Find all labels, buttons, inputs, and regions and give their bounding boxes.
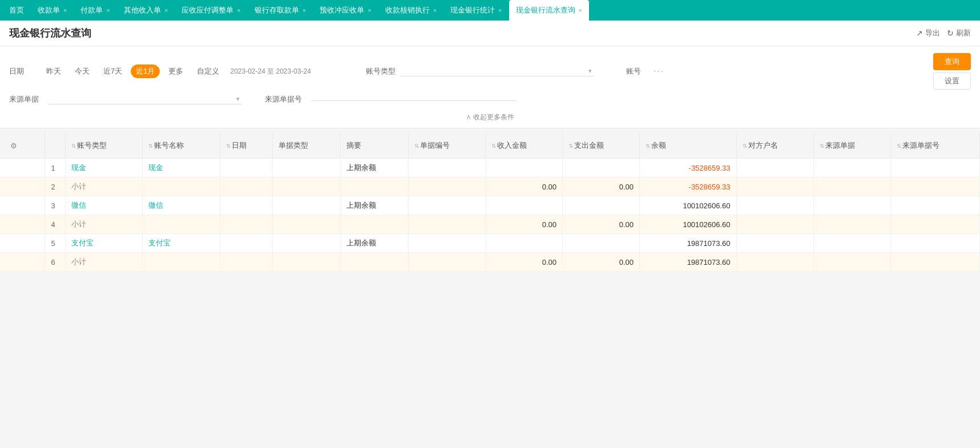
- cell-source-doc: [813, 253, 890, 272]
- cell-gear: [0, 253, 45, 272]
- cell-counterparty: [736, 177, 813, 196]
- cell-balance: 100102606.60: [640, 196, 736, 215]
- cell-gear: [0, 196, 45, 215]
- cell-summary: 上期余额: [341, 196, 409, 215]
- nav-home[interactable]: 首页: [2, 0, 31, 21]
- date-btn-1month[interactable]: 近1月: [131, 64, 160, 78]
- settings-button[interactable]: 设置: [933, 72, 971, 90]
- cell-doc-type: [273, 196, 341, 215]
- cell-expense: 0.00: [563, 253, 640, 272]
- nav-payment[interactable]: 付款单 ×: [74, 0, 116, 21]
- top-nav: 首页 收款单 × 付款单 × 其他收入单 × 应收应付调整单 × 银行存取款单 …: [0, 0, 980, 21]
- nav-other-income[interactable]: 其他收入单 ×: [117, 0, 175, 21]
- close-cash-bank-stats-icon[interactable]: ×: [498, 7, 502, 14]
- cell-gear: [0, 177, 45, 196]
- table-row: 4 小计 0.00 0.00 100102606.60: [0, 215, 980, 234]
- page-header: 现金银行流水查询 ↗ 导出 ↻ 刷新: [0, 21, 980, 46]
- cell-expense: 0.00: [563, 177, 640, 196]
- cell-source-doc: [813, 196, 890, 215]
- cell-date: [220, 215, 273, 234]
- cell-doc-type: [273, 253, 341, 272]
- account-no-more-icon[interactable]: ···: [654, 66, 664, 76]
- col-source-doc-no-header[interactable]: ⇅来源单据号: [890, 133, 979, 159]
- cell-gear: [0, 159, 45, 177]
- refresh-button[interactable]: ↻ 刷新: [947, 28, 971, 38]
- date-btn-yesterday[interactable]: 昨天: [41, 64, 66, 78]
- cell-date: [220, 234, 273, 253]
- cell-doc-type: [273, 159, 341, 177]
- col-date-header[interactable]: ⇅日期: [220, 133, 273, 159]
- close-payment-icon[interactable]: ×: [106, 7, 110, 14]
- close-ar-ap-adjust-icon[interactable]: ×: [237, 7, 240, 14]
- cell-expense: [563, 234, 640, 253]
- close-prepay-icon[interactable]: ×: [368, 7, 371, 14]
- cell-expense: [563, 196, 640, 215]
- refresh-icon: ↻: [947, 29, 954, 38]
- table-row: 1 现金 现金 上期余额 -3528659.33: [0, 159, 980, 177]
- close-receipt-icon[interactable]: ×: [63, 7, 67, 14]
- collapse-bar[interactable]: ∧ 收起更多条件: [9, 109, 971, 123]
- cell-source-doc: [813, 177, 890, 196]
- cell-source-doc: [813, 234, 890, 253]
- cell-gear: [0, 234, 45, 253]
- close-cash-bank-flow-icon[interactable]: ×: [579, 7, 582, 14]
- cell-income: [485, 159, 562, 177]
- cell-summary: [341, 177, 409, 196]
- col-counterparty-header[interactable]: ⇅对方户名: [736, 133, 813, 159]
- cell-date: [220, 177, 273, 196]
- cell-account-name: [143, 253, 220, 272]
- col-expense-header[interactable]: ⇅支出金额: [563, 133, 640, 159]
- col-balance-header[interactable]: ⇅余额: [640, 133, 736, 159]
- export-button[interactable]: ↗ 导出: [916, 28, 940, 38]
- col-source-doc-header[interactable]: ⇅来源单据: [813, 133, 890, 159]
- date-btn-custom[interactable]: 自定义: [192, 64, 224, 78]
- nav-bank-deposit[interactable]: 银行存取款单 ×: [248, 0, 313, 21]
- cell-income: [485, 196, 562, 215]
- col-income-header[interactable]: ⇅收入金额: [485, 133, 562, 159]
- cell-account-name: [143, 177, 220, 196]
- date-btn-today[interactable]: 今天: [70, 64, 95, 78]
- cell-income: 0.00: [485, 215, 562, 234]
- cell-source-doc: [813, 159, 890, 177]
- account-type-select[interactable]: ▾: [400, 66, 594, 76]
- cell-doc-type: [273, 234, 341, 253]
- date-btn-more[interactable]: 更多: [163, 64, 188, 78]
- nav-receipt[interactable]: 收款单 ×: [31, 0, 74, 21]
- nav-collection-exec[interactable]: 收款核销执行 ×: [378, 0, 443, 21]
- date-btn-7days[interactable]: 近7天: [98, 64, 127, 78]
- nav-ar-ap-adjust[interactable]: 应收应付调整单 ×: [175, 0, 247, 21]
- cell-expense: 0.00: [563, 215, 640, 234]
- col-doc-no-header[interactable]: ⇅单据编号: [408, 133, 485, 159]
- nav-prepay[interactable]: 预收冲应收单 ×: [313, 0, 378, 21]
- table-header-row: ⚙ ⇅账号类型 ⇅账号名称 ⇅日期 单据类型 摘要 ⇅单据编号 ⇅收入金额 ⇅支…: [0, 133, 980, 159]
- close-bank-deposit-icon[interactable]: ×: [303, 7, 306, 14]
- source-doc-select[interactable]: ▾: [48, 94, 242, 104]
- cell-account-type: 支付宝: [66, 234, 143, 253]
- col-account-type-header[interactable]: ⇅账号类型: [66, 133, 143, 159]
- cell-account-name: 支付宝: [143, 234, 220, 253]
- cell-num: 6: [45, 253, 66, 272]
- cell-date: [220, 159, 273, 177]
- cell-income: 0.00: [485, 177, 562, 196]
- cell-num: 3: [45, 196, 66, 215]
- query-button[interactable]: 查询: [933, 53, 971, 70]
- col-doc-type-header: 单据类型: [273, 133, 341, 159]
- cell-date: [220, 196, 273, 215]
- close-other-income-icon[interactable]: ×: [164, 7, 168, 14]
- col-account-name-header[interactable]: ⇅账号名称: [143, 133, 220, 159]
- cell-num: 1: [45, 159, 66, 177]
- cell-balance: 100102606.60: [640, 215, 736, 234]
- cell-source-doc-no: [890, 177, 979, 196]
- close-collection-exec-icon[interactable]: ×: [433, 7, 437, 14]
- filter-row-2: 来源单据 ▾ 来源单据号: [9, 94, 971, 104]
- nav-cash-bank-stats[interactable]: 现金银行统计 ×: [443, 0, 509, 21]
- page-title: 现金银行流水查询: [9, 26, 91, 40]
- cell-expense: [563, 159, 640, 177]
- source-doc-no-input[interactable]: [311, 98, 517, 101]
- date-label: 日期: [9, 66, 32, 76]
- table-body: 1 现金 现金 上期余额 -3528659.33 2 小计 0.00 0.00 …: [0, 159, 980, 272]
- cell-doc-no: [408, 253, 485, 272]
- nav-cash-bank-flow[interactable]: 现金银行流水查询 ×: [509, 0, 589, 21]
- cell-source-doc-no: [890, 196, 979, 215]
- gear-icon[interactable]: ⚙: [6, 138, 22, 154]
